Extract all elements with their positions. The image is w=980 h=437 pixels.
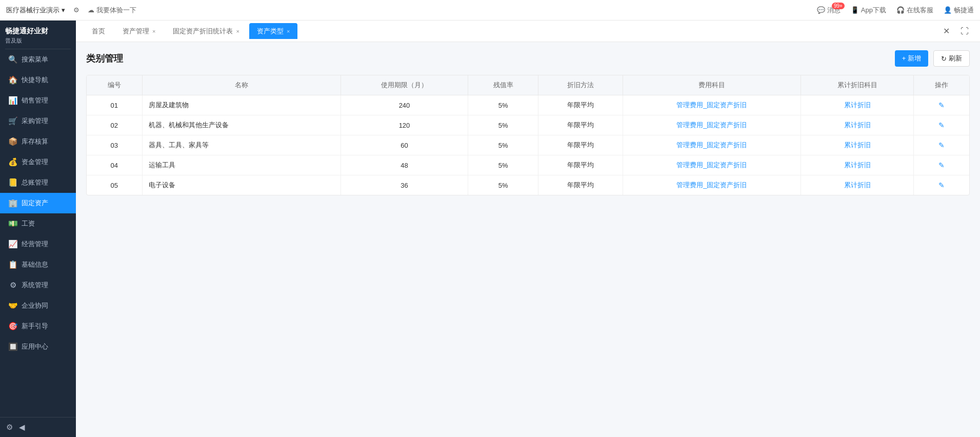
tab-expand-btn[interactable]: ⛶	[957, 24, 972, 38]
page-title: 类别管理	[86, 52, 123, 65]
tab-depreciation-table[interactable]: 固定资产折旧统计表 ×	[165, 23, 247, 39]
message-item[interactable]: 💬 消息 99+	[817, 6, 841, 15]
cell-method: 年限平均	[538, 175, 623, 195]
company-name: 医疗器械行业演示	[6, 6, 59, 15]
cell-action[interactable]: ✎	[914, 155, 969, 175]
user-item[interactable]: 👤 畅捷通	[944, 6, 974, 15]
edit-button[interactable]: ✎	[938, 121, 945, 129]
top-bar-right: 💬 消息 99+ 📱 App下载 🎧 在线客服 👤 畅捷通	[817, 6, 974, 15]
table-header-row: 编号 名称 使用期限（月） 残值率 折旧方法 费用科目 累计折旧科目 操作	[87, 75, 969, 95]
edit-button[interactable]: ✎	[938, 101, 945, 109]
col-period: 使用期限（月）	[341, 75, 468, 95]
settings-icon[interactable]: ⚙	[69, 3, 84, 17]
cell-action[interactable]: ✎	[914, 175, 969, 195]
tab-asset-mgmt-close[interactable]: ×	[152, 28, 155, 34]
user-avatar-icon: 👤	[944, 6, 952, 14]
trial-button[interactable]: ☁ 我要体验一下	[88, 6, 136, 15]
edit-button[interactable]: ✎	[938, 141, 945, 149]
sales-icon: 📊	[8, 96, 17, 105]
sidebar-item-search[interactable]: 🔍 搜索菜单	[0, 49, 76, 70]
sidebar-item-fund[interactable]: 💰 资金管理	[0, 152, 76, 172]
sidebar-item-salary[interactable]: 💵 工资	[0, 213, 76, 234]
table-row: 01 房屋及建筑物 240 5% 年限平均 管理费用_固定资产折旧 累计折旧 ✎	[87, 95, 969, 115]
sidebar-item-guide[interactable]: 🎯 新手引导	[0, 316, 76, 336]
cell-expense: 管理费用_固定资产折旧	[623, 155, 801, 175]
sidebar-item-ledger[interactable]: 📒 总账管理	[0, 172, 76, 193]
tab-asset-mgmt[interactable]: 资产管理 ×	[115, 23, 163, 39]
col-name: 名称	[142, 75, 341, 95]
tab-home[interactable]: 首页	[84, 23, 113, 39]
sidebar-item-sales[interactable]: 📊 销售管理	[0, 90, 76, 111]
app-download-item[interactable]: 📱 App下载	[851, 6, 886, 15]
home-icon: 🏠	[8, 75, 17, 85]
app-download-icon: 📱	[851, 6, 859, 14]
cell-name: 运输工具	[142, 155, 341, 175]
cell-period: 48	[341, 155, 468, 175]
sidebar-item-operations[interactable]: 📈 经营管理	[0, 234, 76, 254]
tab-depreciation-close[interactable]: ×	[236, 28, 239, 34]
sidebar-item-label: 库存核算	[22, 137, 48, 146]
dropdown-icon: ▾	[62, 6, 65, 14]
tab-bar: 首页 资产管理 × 固定资产折旧统计表 × 资产类型 × ✕ ⛶	[76, 21, 980, 42]
cell-period: 120	[341, 115, 468, 135]
cell-method: 年限平均	[538, 135, 623, 155]
cell-action[interactable]: ✎	[914, 95, 969, 115]
sidebar-item-basic[interactable]: 📋 基础信息	[0, 254, 76, 275]
cell-period: 60	[341, 135, 468, 155]
sidebar-item-label: 总账管理	[22, 178, 48, 187]
cell-residual: 5%	[468, 95, 538, 115]
sidebar-item-label: 采购管理	[22, 116, 48, 126]
cell-code: 04	[87, 155, 142, 175]
cell-expense: 管理费用_固定资产折旧	[623, 135, 801, 155]
col-code: 编号	[87, 75, 142, 95]
data-table-container: 编号 名称 使用期限（月） 残值率 折旧方法 费用科目 累计折旧科目 操作 01…	[86, 75, 970, 195]
refresh-button[interactable]: ↻ 刷新	[933, 50, 970, 67]
new-button[interactable]: + 新增	[895, 50, 928, 67]
cell-method: 年限平均	[538, 155, 623, 175]
sidebar-item-fixed[interactable]: 🏢 固定资产	[0, 193, 76, 213]
page-header-actions: + 新增 ↻ 刷新	[895, 50, 970, 67]
page-content: 类别管理 + 新增 ↻ 刷新 编号 名称 使用期限（月）	[76, 42, 980, 437]
cell-action[interactable]: ✎	[914, 135, 969, 155]
table-row: 02 机器、机械和其他生产设备 120 5% 年限平均 管理费用_固定资产折旧 …	[87, 115, 969, 135]
online-service-icon: 🎧	[896, 6, 905, 14]
sidebar-item-enterprise[interactable]: 🤝 企业协同	[0, 295, 76, 316]
company-selector[interactable]: 医疗器械行业演示 ▾	[6, 6, 65, 15]
cell-name: 器具、工具、家具等	[142, 135, 341, 155]
sidebar-item-label: 工资	[22, 219, 35, 228]
salary-icon: 💵	[8, 219, 17, 228]
main-layout: 畅捷通好业财 普及版 🔍 搜索菜单 🏠 快捷导航 📊 销售管理 🛒 采购管理 📦…	[0, 21, 980, 437]
tab-asset-type-close[interactable]: ×	[287, 28, 290, 34]
logo-title: 畅捷通好业财	[5, 27, 48, 36]
sidebar-item-label: 快捷导航	[22, 75, 48, 85]
collapse-icon[interactable]: ◀	[19, 423, 25, 432]
sidebar-item-label: 经营管理	[22, 240, 48, 249]
tab-close-window-btn[interactable]: ✕	[939, 24, 953, 38]
top-bar: 医疗器械行业演示 ▾ ⚙ ☁ 我要体验一下 💬 消息 99+ 📱 App下载 🎧…	[0, 0, 980, 21]
fund-icon: 💰	[8, 157, 17, 167]
sidebar-item-shortcut[interactable]: 🏠 快捷导航	[0, 70, 76, 90]
message-badge: 99+	[832, 3, 845, 9]
enterprise-icon: 🤝	[8, 301, 17, 310]
edit-button[interactable]: ✎	[938, 161, 945, 169]
sidebar-item-system[interactable]: ⚙ 系统管理	[0, 275, 76, 295]
operations-icon: 📈	[8, 240, 17, 249]
cell-accumulate: 累计折旧	[801, 155, 913, 175]
sidebar-item-label: 搜索菜单	[22, 55, 48, 64]
cell-code: 03	[87, 135, 142, 155]
table-row: 05 电子设备 36 5% 年限平均 管理费用_固定资产折旧 累计折旧 ✎	[87, 175, 969, 195]
sidebar-item-label: 企业协同	[22, 301, 48, 310]
online-service-item[interactable]: 🎧 在线客服	[896, 6, 933, 15]
settings-bottom-icon[interactable]: ⚙	[6, 423, 13, 432]
sidebar-item-apps[interactable]: 🔲 应用中心	[0, 336, 76, 357]
edit-button[interactable]: ✎	[938, 181, 945, 189]
sidebar-item-purchase[interactable]: 🛒 采购管理	[0, 111, 76, 131]
fixed-asset-icon: 🏢	[8, 198, 17, 208]
col-residual: 残值率	[468, 75, 538, 95]
cell-action[interactable]: ✎	[914, 115, 969, 135]
sidebar: 畅捷通好业财 普及版 🔍 搜索菜单 🏠 快捷导航 📊 销售管理 🛒 采购管理 📦…	[0, 21, 76, 437]
tab-asset-type-label: 资产类型	[257, 27, 284, 36]
sidebar-item-inventory[interactable]: 📦 库存核算	[0, 131, 76, 152]
top-bar-left: 医疗器械行业演示 ▾ ⚙ ☁ 我要体验一下	[6, 3, 136, 17]
tab-asset-type[interactable]: 资产类型 ×	[249, 23, 297, 39]
